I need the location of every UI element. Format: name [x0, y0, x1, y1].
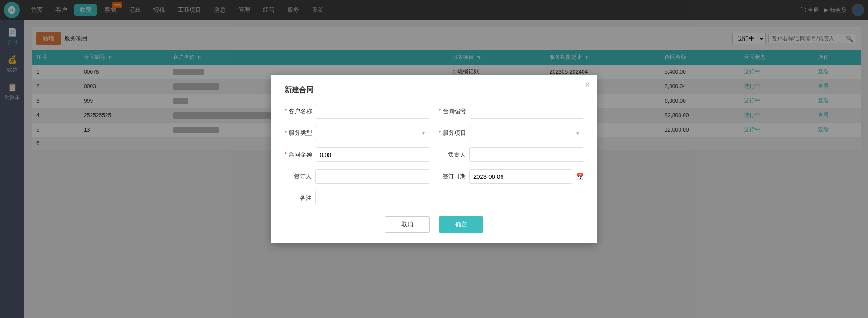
field-service-item: 服务项目 ▼ — [439, 126, 583, 140]
service-type-label: 服务类型 — [285, 129, 312, 137]
service-item-select-wrap: ▼ — [470, 126, 583, 140]
responsible-person-label: 负责人 — [439, 151, 466, 159]
field-customer-name: 客户名称 — [285, 104, 429, 119]
signer-input[interactable] — [315, 169, 429, 184]
modal-close-button[interactable]: × — [585, 81, 590, 89]
contract-amount-input[interactable] — [316, 147, 429, 162]
confirm-button[interactable]: 确定 — [439, 216, 483, 233]
form-row-2: 服务类型 ▼ 服务项目 ▼ — [285, 126, 583, 140]
service-type-select-wrap: ▼ — [316, 126, 429, 140]
field-contract-amount: 合同金额 — [285, 147, 429, 162]
remark-label: 备注 — [285, 194, 312, 202]
customer-name-label: 客户名称 — [285, 107, 312, 115]
calendar-icon[interactable]: 📅 — [576, 173, 583, 180]
signer-label: 签订人 — [285, 172, 312, 180]
modal-overlay[interactable]: 新建合同 × 客户名称 合同编号 服务类型 — [24, 20, 868, 318]
content-area: 新增 服务项目 进行中 已完成 全部 🔍 — [24, 20, 868, 318]
service-item-label: 服务项目 — [439, 129, 466, 137]
field-contract-no: 合同编号 — [439, 104, 583, 119]
form-row-3: 合同金额 负责人 — [285, 147, 583, 162]
customer-name-input[interactable] — [316, 104, 429, 119]
service-item-select[interactable] — [470, 126, 583, 140]
contract-no-input[interactable] — [470, 104, 583, 119]
field-responsible-person: 负责人 — [439, 147, 583, 162]
sign-date-input[interactable] — [469, 169, 572, 184]
field-sign-date: 签订日期 📅 — [439, 169, 583, 184]
new-contract-modal: 新建合同 × 客户名称 合同编号 服务类型 — [271, 75, 597, 243]
main-layout: 📄 合同 💰 收费 📋 对账单 新增 服务项目 进行中 已完成 — [0, 20, 868, 318]
field-signer: 签订人 — [285, 169, 429, 184]
field-remark: 备注 — [285, 191, 583, 205]
remark-input[interactable] — [315, 191, 583, 205]
responsible-person-input[interactable] — [469, 147, 583, 162]
contract-amount-label: 合同金额 — [285, 151, 312, 159]
modal-footer: 取消 确定 — [285, 216, 583, 233]
field-service-type: 服务类型 ▼ — [285, 126, 429, 140]
form-row-4: 签订人 签订日期 📅 — [285, 169, 583, 184]
modal-title: 新建合同 — [285, 85, 583, 95]
service-type-select[interactable] — [316, 126, 429, 140]
form-row-1: 客户名称 合同编号 — [285, 104, 583, 119]
contract-no-label: 合同编号 — [439, 107, 466, 115]
sign-date-label: 签订日期 — [439, 172, 466, 180]
cancel-button[interactable]: 取消 — [385, 216, 430, 233]
form-row-5: 备注 — [285, 191, 583, 205]
